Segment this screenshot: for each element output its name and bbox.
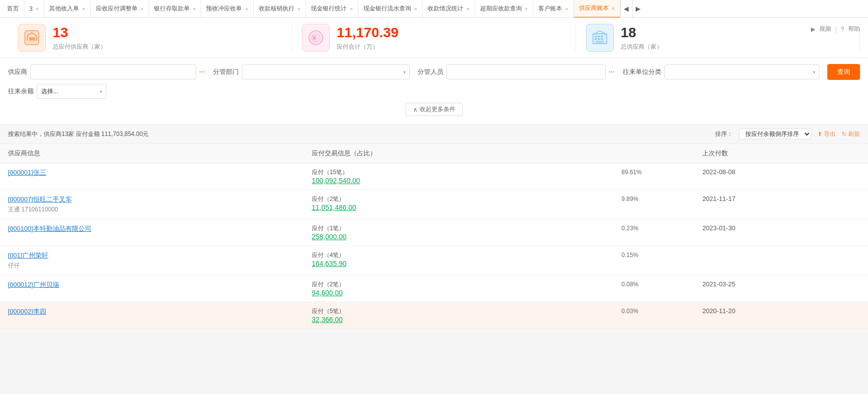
close-icon[interactable]: × — [36, 6, 39, 12]
svg-rect-11 — [598, 38, 600, 40]
video-link[interactable]: 视频 — [819, 25, 831, 33]
total-supplier-number: 18 — [621, 24, 662, 41]
last-payment-cell: 2022-08-08 — [694, 163, 868, 190]
ratio-value: 0.23% — [622, 225, 639, 232]
video-icon: ▶ — [811, 26, 815, 33]
svg-rect-7 — [595, 36, 597, 37]
tx-info-cell: 应付（1笔）258,000.00 — [304, 219, 608, 246]
supplier-link[interactable]: [000012]广州贝瑞 — [8, 281, 59, 288]
col-last-payment: 上次付数 — [694, 144, 868, 163]
ap-total-label: 应付合计（万） — [337, 43, 399, 51]
tx-label: 应付（5笔） — [312, 307, 600, 316]
close-icon[interactable]: × — [297, 6, 300, 12]
nav-tab-prepay-ar-label: 预收冲应收单 — [206, 4, 242, 13]
sort-label: 排序： — [715, 130, 733, 138]
tx-label: 应付（4笔） — [312, 251, 600, 260]
table-row: [001]广州荣轩仔仔应付（4笔）164,635.900.15% — [0, 246, 868, 275]
nav-tab-receipt-stat[interactable]: 收款情况统计 × — [423, 0, 475, 18]
category-label: 往来单位分类 — [623, 67, 661, 76]
close-icon[interactable]: × — [350, 6, 353, 12]
nav-prev-arrow[interactable]: ◀ — [620, 0, 632, 18]
person-ellipsis[interactable]: ··· — [609, 68, 615, 76]
balance-select[interactable]: 选择... — [37, 84, 106, 99]
dept-select[interactable] — [242, 65, 410, 79]
close-icon[interactable]: × — [612, 5, 615, 11]
nav-tab-overdue-ar[interactable]: 超期应收款查询 × — [475, 0, 533, 18]
filter-category: 往来单位分类 ▾ — [623, 65, 820, 79]
table-row: [000002]李四应付（5笔）32,366.000.03%2020-11-20 — [0, 302, 868, 329]
last-payment-date: 2022-08-08 — [702, 168, 735, 176]
person-input[interactable] — [446, 65, 606, 79]
amount-link[interactable]: 164,635.90 — [312, 260, 600, 267]
export-link[interactable]: ⬆ 导出 — [817, 130, 836, 138]
nav-tab-cash-flow-label: 现金银行流水查询 — [363, 4, 411, 13]
amount-link[interactable]: 258,000.00 — [312, 233, 600, 241]
ap-total-number: 11,170.39 — [337, 24, 399, 41]
amount-link[interactable]: 11,051,486.00 — [312, 203, 600, 211]
collapse-btn-label: 收起更多条件 — [420, 105, 455, 114]
tx-label: 应付（1笔） — [312, 224, 600, 233]
nav-tab-customer-ledger[interactable]: 客户账本 × — [533, 0, 574, 18]
data-table: 供应商信息 应付交易信息（占比） 上次付数 [000001]张三应付（15笔）1… — [0, 144, 868, 329]
collapse-button[interactable]: ∧ 收起更多条件 — [406, 103, 463, 116]
tx-label: 应付（2笔） — [312, 195, 600, 203]
nav-tab-prepay-ar[interactable]: 预收冲应收单 × — [201, 0, 253, 18]
sort-select[interactable]: 按应付余额倒序排序 — [739, 129, 811, 139]
summary-row: 13 总应付供应商（家） ¥ 11,170.39 应付合计（万） — [0, 18, 868, 58]
nav-tab-customer-ledger-label: 客户账本 — [538, 4, 562, 13]
last-payment-cell: 2020-11-20 — [694, 302, 868, 329]
close-icon[interactable]: × — [525, 6, 528, 12]
nav-tab-home[interactable]: 首页 — [2, 0, 24, 18]
nav-tab-ar-ap-adjust[interactable]: 应收应付调整单 × — [91, 0, 149, 18]
nav-tab-supplier-ledger[interactable]: 供应商账本 × — [574, 0, 620, 18]
nav-tab-3-label: 3 — [29, 5, 33, 12]
supplier-link[interactable]: [000002]李四 — [8, 308, 46, 315]
close-icon[interactable]: × — [82, 6, 85, 12]
nav-tab-other-income[interactable]: 其他收入单 × — [44, 0, 90, 18]
close-icon[interactable]: × — [245, 6, 248, 12]
tx-info-cell: 应付（2笔）94,600.00 — [304, 275, 608, 302]
supplier-count-content: 13 总应付供应商（家） — [53, 24, 106, 51]
amount-link[interactable]: 32,366.00 — [312, 316, 600, 324]
supplier-link[interactable]: [000001]张三 — [8, 169, 46, 176]
help-link[interactable]: 帮助 — [848, 25, 860, 33]
tx-info-cell: 应付（5笔）32,366.00 — [304, 302, 608, 329]
supplier-link[interactable]: [001]广州荣轩 — [8, 252, 48, 259]
dept-select-wrapper: ▾ — [242, 65, 410, 79]
supplier-link[interactable]: [000007]恒旺二手叉车 — [8, 196, 72, 203]
table-row: [000007]恒旺二手叉车王通 17106110000应付（2笔）11,051… — [0, 190, 868, 219]
top-right-links: ▶ 视频 | ? 帮助 — [811, 25, 860, 33]
nav-next-arrow[interactable]: ▶ — [632, 0, 644, 18]
amount-link[interactable]: 94,600.00 — [312, 289, 600, 297]
nav-tab-cash-flow[interactable]: 现金银行流水查询 × — [359, 0, 423, 18]
refresh-link[interactable]: ↻ 刷新 — [842, 130, 860, 138]
export-icon: ⬆ — [817, 131, 822, 137]
category-select[interactable] — [664, 65, 820, 79]
ratio-value: 0.08% — [622, 281, 639, 288]
supplier-input[interactable] — [30, 65, 196, 79]
supplier-info-cell: [001]广州荣轩仔仔 — [0, 246, 304, 275]
ratio-cell: 0.03% — [608, 302, 695, 329]
close-icon[interactable]: × — [466, 6, 469, 12]
supplier-link[interactable]: [000100]本特勤油品有限公司 — [8, 225, 91, 232]
nav-tab-supplier-ledger-label: 供应商账本 — [579, 4, 609, 12]
close-icon[interactable]: × — [141, 6, 144, 12]
svg-rect-9 — [601, 36, 603, 37]
svg-rect-2 — [32, 37, 35, 41]
supplier-ellipsis[interactable]: ··· — [199, 68, 205, 76]
nav-tab-cash-bank-stat[interactable]: 现金银行统计 × — [306, 0, 358, 18]
nav-tab-bank-deposit[interactable]: 银行存取款单 × — [149, 0, 201, 18]
tx-info-cell: 应付（15笔）100,092,540.00 — [304, 163, 608, 190]
filter-balance: 往来余额 选择... ▾ — [8, 84, 106, 99]
supplier-info-cell: [000007]恒旺二手叉车王通 17106110000 — [0, 190, 304, 219]
nav-tab-overdue-ar-label: 超期应收款查询 — [480, 4, 522, 13]
nav-tab-ar-ap-adjust-label: 应收应付调整单 — [96, 4, 138, 13]
close-icon[interactable]: × — [565, 6, 568, 12]
search-button[interactable]: 查询 — [827, 64, 860, 80]
close-icon[interactable]: × — [193, 6, 196, 12]
nav-tab-3[interactable]: 3 × — [24, 0, 44, 18]
nav-tab-receipt-exec[interactable]: 收款核销执行 × — [254, 0, 306, 18]
amount-link[interactable]: 100,092,540.00 — [312, 177, 600, 185]
svg-rect-1 — [29, 37, 32, 41]
close-icon[interactable]: × — [414, 6, 417, 12]
